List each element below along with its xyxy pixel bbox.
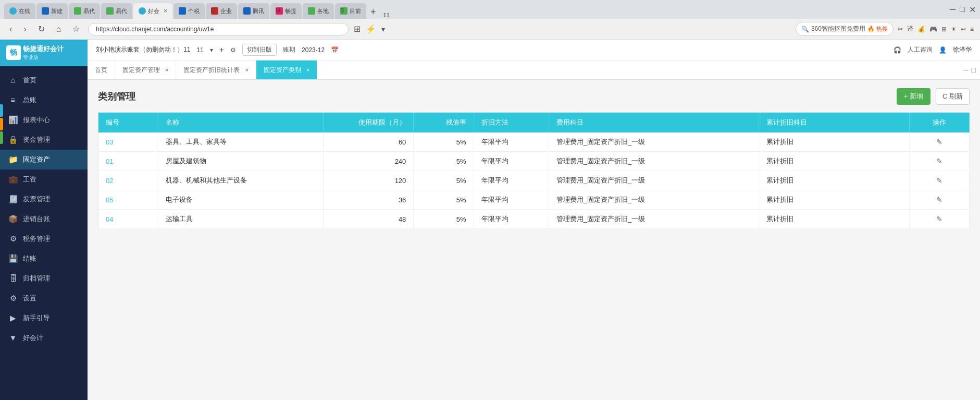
cut-icon[interactable]: ✂ bbox=[898, 26, 903, 33]
code-link-1[interactable]: 01 bbox=[106, 157, 113, 165]
edit-btn-0[interactable]: ✎ bbox=[936, 138, 942, 146]
reload-btn[interactable]: ↻ bbox=[35, 23, 48, 35]
bookmark-btn[interactable]: ☆ bbox=[69, 23, 83, 35]
col-header-action: 操作 bbox=[909, 113, 969, 133]
app-tab-fixed-mgmt-close[interactable]: × bbox=[165, 67, 168, 73]
cell-period-0: 60 bbox=[324, 132, 414, 152]
browser-tab-yidai1[interactable]: 易代 bbox=[69, 3, 100, 19]
browser-tab-close-haohui[interactable]: × bbox=[164, 7, 167, 15]
switch-version-btn[interactable]: 切到旧版 bbox=[242, 44, 277, 56]
browser-tab-changtui[interactable]: M 畅提 bbox=[270, 3, 302, 19]
edit-btn-1[interactable]: ✎ bbox=[936, 157, 942, 165]
cell-method-3: 年限平均 bbox=[474, 190, 549, 210]
browser-tab-gedi[interactable]: 各地 bbox=[303, 3, 334, 19]
col-header-period: 使用期限（月） bbox=[324, 113, 414, 133]
refresh-btn[interactable]: C 刷新 bbox=[936, 88, 970, 105]
menu-icon[interactable]: ≡ bbox=[970, 26, 974, 33]
cell-rate-0: 5% bbox=[414, 132, 474, 152]
app-tab-depreciation[interactable]: 固定资产折旧统计表 × bbox=[176, 60, 256, 79]
edit-btn-3[interactable]: ✎ bbox=[936, 196, 942, 204]
sidebar-item-home[interactable]: ⌂ 首页 bbox=[0, 70, 88, 90]
game-icon[interactable]: 🎮 bbox=[929, 26, 937, 33]
indicator-orange bbox=[0, 118, 3, 130]
table-header-row: 编号 名称 使用期限（月） 残值率 折旧方法 费用科目 累计折旧科目 操作 bbox=[98, 113, 970, 133]
lightning-icon[interactable]: ⚡ bbox=[366, 24, 376, 34]
sidebar-item-guide[interactable]: ▶ 新手引导 bbox=[0, 308, 88, 328]
sidebar-item-archive-label: 归档管理 bbox=[23, 274, 50, 283]
app-tab-fixed-mgmt[interactable]: 固定资产管理 × bbox=[115, 60, 176, 79]
cell-name-0: 器具、工具、家具等 bbox=[158, 132, 324, 152]
back-btn[interactable]: ‹ bbox=[6, 23, 15, 35]
sidebar-logo-text: 畅捷通好会计 bbox=[23, 45, 64, 54]
new-tab-btn[interactable]: + bbox=[367, 6, 379, 19]
sidebar-item-settings[interactable]: ⚙ 设置 bbox=[0, 288, 88, 308]
edit-btn-2[interactable]: ✎ bbox=[936, 176, 942, 185]
code-link-3[interactable]: 05 bbox=[106, 196, 113, 204]
site-settings-icon[interactable]: ⊞ bbox=[354, 24, 361, 34]
sidebar-item-invoice[interactable]: 🧾 发票管理 bbox=[0, 189, 88, 209]
sidebar-item-ledger[interactable]: ≡ 总账 bbox=[0, 90, 88, 110]
wallet-icon[interactable]: 💰 bbox=[917, 26, 925, 33]
add-btn[interactable]: + 新增 bbox=[897, 88, 931, 105]
browser-tab-yidai2[interactable]: 易代 bbox=[101, 3, 132, 19]
translate-icon[interactable]: 译 bbox=[907, 25, 913, 33]
tab-window-maximize[interactable]: □ bbox=[972, 66, 976, 74]
username: 徐泽华 bbox=[953, 45, 972, 54]
sidebar-item-salary[interactable]: 💼 工资 bbox=[0, 169, 88, 189]
app-tab-category-close[interactable]: × bbox=[306, 67, 309, 73]
cell-rate-2: 5% bbox=[414, 171, 474, 190]
maximize-icon[interactable]: □ bbox=[960, 5, 965, 14]
app-tab-category[interactable]: 固定资产类别 × bbox=[256, 60, 317, 79]
forward-btn[interactable]: › bbox=[20, 23, 29, 35]
app-tab-depreciation-close[interactable]: × bbox=[245, 67, 248, 73]
address-bar: ‹ › ↻ ⌂ ☆ ⊞ ⚡ ▾ 🔍 360智能抠图免费用 🔥 热搜 ✂ 译 💰 … bbox=[0, 19, 980, 40]
sidebar-item-purchase-label: 进销台账 bbox=[23, 214, 50, 224]
sidebar-item-report[interactable]: 📊 报表中心 bbox=[0, 110, 88, 130]
cell-expense-1: 管理费用_固定资产折旧_一级 bbox=[549, 152, 759, 171]
sidebar-item-fund[interactable]: 🔒 资金管理 bbox=[0, 130, 88, 150]
browser-tab-enterprise[interactable]: C 企业 bbox=[206, 3, 237, 19]
sidebar-item-purchase[interactable]: 📦 进销台账 bbox=[0, 209, 88, 229]
cell-accu-3: 累计折旧 bbox=[759, 190, 909, 210]
calendar-icon[interactable]: 📅 bbox=[331, 46, 339, 54]
grid-icon[interactable]: ⊞ bbox=[941, 26, 947, 33]
sidebar-item-checkout[interactable]: 💾 结账 bbox=[0, 249, 88, 269]
dropdown-icon[interactable]: ▾ bbox=[381, 25, 385, 33]
cell-period-2: 120 bbox=[324, 171, 414, 190]
sidebar: 畅 畅捷通好会计 专业版 ⌂ 首页 ≡ 总账 📊 报表中心 bbox=[0, 40, 88, 400]
close-icon[interactable]: ✕ bbox=[969, 5, 976, 15]
browser-tab-haohui[interactable]: 好会 × bbox=[133, 3, 172, 19]
search-box[interactable]: 🔍 360智能抠图免费用 🔥 热搜 bbox=[796, 22, 894, 36]
brightness-icon[interactable]: ☀ bbox=[951, 26, 957, 33]
sidebar-item-archive[interactable]: 🗄 归档管理 bbox=[0, 269, 88, 288]
undo-icon[interactable]: ↩ bbox=[961, 26, 966, 33]
browser-tab-muqian[interactable]: S 目前 bbox=[335, 3, 366, 19]
topbar-dropdown-icon[interactable]: ▾ bbox=[210, 46, 213, 54]
browser-chrome: 在线 新建 易代 易代 好会 × 个税 C 企业 腾讯 bbox=[0, 0, 980, 19]
code-link-2[interactable]: 02 bbox=[106, 177, 113, 185]
consultant-label[interactable]: 人工咨询 bbox=[908, 45, 933, 54]
app-tab-home[interactable]: 首页 bbox=[88, 60, 115, 79]
browser-tab-online[interactable]: 在线 bbox=[4, 3, 35, 19]
browser-tab-tencent[interactable]: 腾讯 bbox=[238, 3, 269, 19]
sidebar-item-app[interactable]: ▼ 好会计 bbox=[0, 328, 88, 348]
home-btn[interactable]: ⌂ bbox=[53, 23, 65, 35]
cell-code-0: 03 bbox=[98, 132, 158, 152]
tab-bar-controls: ─ □ bbox=[963, 66, 976, 74]
browser-tab-tax[interactable]: 个税 bbox=[173, 3, 205, 19]
tab-window-minimize[interactable]: ─ bbox=[963, 66, 969, 74]
topbar-add-icon[interactable]: + bbox=[219, 45, 224, 55]
cell-action-0: ✎ bbox=[909, 132, 969, 152]
indicator-teal bbox=[0, 104, 3, 117]
sidebar-item-salary-label: 工资 bbox=[23, 175, 36, 184]
code-link-4[interactable]: 04 bbox=[106, 215, 113, 223]
sidebar-item-tax[interactable]: ⚙ 税务管理 bbox=[0, 229, 88, 249]
sidebar-item-fixed[interactable]: 📁 固定资产 bbox=[0, 150, 88, 169]
edit-btn-4[interactable]: ✎ bbox=[936, 215, 942, 223]
browser-tab-new[interactable]: 新建 bbox=[36, 3, 68, 19]
minimize-icon[interactable]: ─ bbox=[950, 5, 956, 14]
code-link-0[interactable]: 03 bbox=[106, 138, 113, 146]
topbar-settings-icon[interactable]: ⚙ bbox=[230, 46, 236, 54]
address-input[interactable] bbox=[88, 23, 349, 35]
avatar-icon: 👤 bbox=[939, 46, 947, 54]
